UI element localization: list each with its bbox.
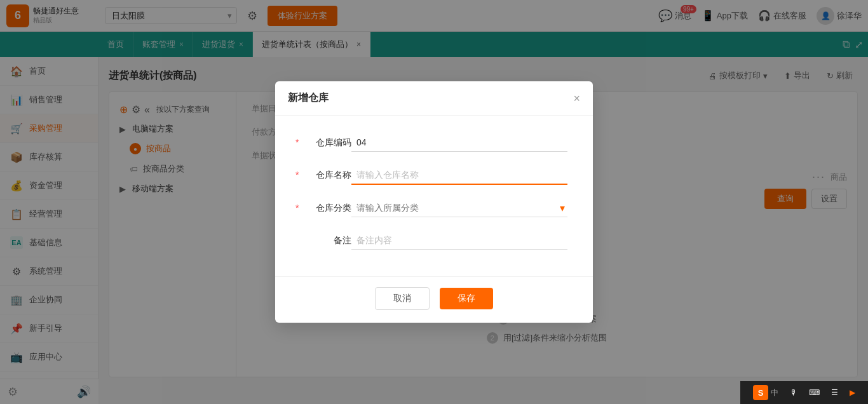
modal-footer: 取消 保存: [275, 276, 593, 323]
code-label: 仓库编码: [301, 137, 351, 149]
play-icon: ▶: [850, 388, 855, 397]
menu-icon: ☰: [831, 388, 838, 397]
s-logo-item[interactable]: S 中: [748, 385, 783, 400]
modal-body: 仓库编码 仓库名称 仓库分类 ▾ 备注: [275, 116, 593, 276]
mic-item[interactable]: 🎙: [785, 388, 803, 397]
warehouse-code-input[interactable]: [351, 133, 567, 152]
play-item[interactable]: ▶: [844, 388, 860, 397]
modal-title: 新增仓库: [288, 91, 329, 105]
form-row-category: 仓库分类 ▾: [301, 199, 567, 217]
modal-add-warehouse: 新增仓库 × 仓库编码 仓库名称 仓库分类 ▾: [275, 81, 593, 323]
bottom-right-bar: S 中 🎙 ⌨ ☰ ▶: [740, 381, 868, 404]
keyboard-icon: ⌨: [809, 388, 820, 397]
category-label: 仓库分类: [301, 203, 351, 214]
mic-icon: 🎙: [790, 388, 797, 397]
save-button[interactable]: 保存: [440, 288, 493, 309]
category-select-input[interactable]: [351, 199, 567, 217]
modal-overlay[interactable]: 新增仓库 × 仓库编码 仓库名称 仓库分类 ▾: [0, 0, 868, 404]
modal-header: 新增仓库 ×: [275, 81, 593, 116]
form-row-remark: 备注: [301, 231, 567, 250]
modal-close-button[interactable]: ×: [573, 93, 580, 104]
remark-label: 备注: [301, 235, 351, 246]
menu-item[interactable]: ☰: [826, 388, 843, 397]
form-row-name: 仓库名称: [301, 166, 567, 185]
category-select-wrapper: ▾: [351, 199, 567, 217]
form-row-code: 仓库编码: [301, 133, 567, 152]
keyboard-item[interactable]: ⌨: [804, 388, 825, 397]
s-logo: S: [753, 385, 768, 400]
remark-input[interactable]: [351, 231, 567, 250]
name-label: 仓库名称: [301, 170, 351, 181]
warehouse-name-input[interactable]: [351, 166, 567, 185]
cancel-button[interactable]: 取消: [375, 287, 430, 310]
